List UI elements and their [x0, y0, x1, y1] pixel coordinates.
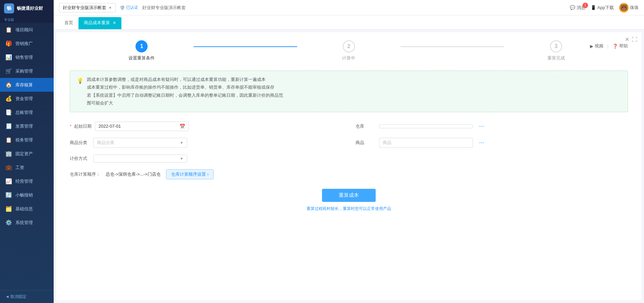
company-selector[interactable]: 好业财专业版演示帐套 ▼: [59, 3, 116, 12]
form-row-1: * 起始日期 2022-07-01 📅 仓库 ···: [70, 122, 628, 131]
user-profile[interactable]: 🐻 珠珠: [619, 3, 639, 12]
logo-text: 畅捷通好业财: [17, 6, 43, 11]
content-area: ✕ ⛶ ▶ 视频 | ❓ 帮助 1 设置重算条件: [56, 32, 641, 300]
step-2-num: 2: [347, 43, 351, 49]
expand-button[interactable]: ⛶: [632, 37, 637, 43]
warehouse-order-label: 仓库计算顺序：: [70, 171, 100, 177]
edition-badge: 专业版: [0, 17, 54, 23]
sidebar-item-salary[interactable]: 💼 工资: [0, 161, 54, 174]
tab-recalc-label: 商品成本重算: [84, 20, 110, 26]
help-link[interactable]: ❓ 帮助: [612, 43, 628, 49]
tab-close-icon[interactable]: ✕: [113, 20, 116, 25]
info-line-1: 因成本计算参数调整，或是对商品成本有疑问时，可以通过成本重算功能，重新计算一遍成…: [87, 76, 283, 83]
help-label: 帮助: [619, 43, 628, 49]
expense-icon: 🔄: [5, 192, 12, 198]
chevron-right-icon: ›: [207, 172, 209, 177]
warehouse-order-btn-label: 仓库计算顺序设置: [171, 171, 206, 177]
sidebar-item-label: 固定资产: [15, 151, 33, 157]
sidebar-item-operation[interactable]: 📈 经营管理: [0, 174, 54, 188]
user-name: 珠珠: [630, 5, 639, 11]
steps-container: ▶ 视频 | ❓ 帮助 1 设置重算条件 2 计算中: [70, 40, 628, 61]
warehouse-input[interactable]: [379, 124, 473, 128]
sidebar-item-project[interactable]: 📋 项目顾问: [0, 23, 54, 37]
required-marker: *: [70, 124, 71, 129]
sidebar-item-expense[interactable]: 🔄 小畅报销: [0, 188, 54, 202]
category-arrow-icon: ▼: [180, 141, 183, 145]
tabbar: 首页 商品成本重算 ✕: [54, 15, 644, 30]
product-input[interactable]: 商品: [379, 138, 473, 148]
company-selector-text: 好业财专业版演示帐套: [63, 5, 106, 11]
sidebar-nav: 📋 项目顾问 🎁 营销推广 📊 销售管理 🛒 采购管理 🏠 库存核算 💰 资金管…: [0, 23, 54, 290]
category-select[interactable]: 商品分类 ▼: [93, 138, 187, 148]
finance-icon: 💰: [5, 95, 12, 102]
message-icon: 💬: [570, 5, 575, 10]
warehouse-more-icon[interactable]: ···: [476, 123, 487, 130]
info-text: 因成本计算参数调整，或是对商品成本有疑问时，可以通过成本重算功能，重新计算一遍成…: [87, 76, 283, 107]
sidebar-item-accounting[interactable]: 📑 总账管理: [0, 105, 54, 119]
certified-label: 已认证: [126, 5, 138, 10]
recalc-note: 重算过程耗时较长，重算时您可以正常使用产品: [70, 206, 628, 212]
info-line-2: 成本重算过程中，影响库存账的操作均不能操作，比如进货单、销货单、库存单据不能审核…: [87, 83, 283, 91]
start-date-field: * 起始日期 2022-07-01 📅: [70, 122, 342, 131]
category-placeholder: 商品分类: [97, 140, 178, 146]
logo-icon: 畅: [4, 3, 14, 13]
topbar-actions: 💬 消息 1 📱 App下载 🐻 珠珠: [570, 3, 639, 12]
warehouse-order-settings-button[interactable]: 仓库计算顺序设置 ›: [166, 169, 214, 179]
pricing-row: 计价方式 ▼: [70, 155, 628, 163]
step-3: 3 重算完成: [504, 40, 608, 61]
app-download-button[interactable]: 📱 App下载: [591, 5, 614, 11]
warehouse-label: 仓库: [356, 123, 376, 129]
sidebar-item-label: 经营管理: [15, 178, 33, 184]
purchase-icon: 🛒: [5, 68, 12, 74]
assets-icon: 🏢: [5, 150, 12, 157]
pricing-select[interactable]: ▼: [93, 155, 187, 163]
action-area: 重算成本 重算过程耗时较长，重算时您可以正常使用产品: [70, 189, 628, 212]
warehouse-order-row: 仓库计算顺序： 总仓->深圳仓库->...->门店仓 仓库计算顺序设置 ›: [70, 169, 628, 179]
sidebar-item-sales[interactable]: 📊 销售管理: [0, 50, 54, 64]
step-1-label: 设置重算条件: [128, 55, 155, 61]
step-3-circle: 3: [550, 40, 562, 52]
tab-home-label: 首页: [64, 20, 73, 26]
step-3-label: 重算完成: [547, 55, 565, 61]
step-2-circle: 2: [343, 40, 355, 52]
notification-badge: 1: [583, 3, 588, 8]
pricing-label: 计价方式: [70, 156, 90, 162]
shield-icon: 🛡️: [120, 5, 125, 10]
selector-arrow-icon: ▼: [108, 6, 112, 10]
sidebar-pin-toggle[interactable]: ◄ 取消固定: [0, 290, 54, 303]
sidebar-item-basic[interactable]: 🗂️ 基础信息: [0, 202, 54, 216]
sidebar-item-label: 系统管理: [15, 220, 33, 226]
sidebar-item-marketing[interactable]: 🎁 营销推广: [0, 37, 54, 50]
tab-recalc[interactable]: 商品成本重算 ✕: [78, 17, 121, 29]
product-more-icon[interactable]: ···: [476, 139, 487, 146]
info-line-3: 若【系统设置】中启用了自动调整记账日期时，会调整入库单的整单记账日期，因此重新计…: [87, 91, 283, 99]
sidebar-item-label: 项目顾问: [15, 27, 33, 33]
sidebar-item-tax[interactable]: 📋 税务管理: [0, 133, 54, 147]
recalc-button[interactable]: 重算成本: [322, 189, 376, 202]
invoice-icon: 🧾: [5, 123, 12, 129]
system-icon: ⚙️: [5, 219, 12, 226]
sidebar-item-label: 采购管理: [15, 68, 33, 74]
sidebar-item-label: 营销推广: [15, 41, 33, 47]
sidebar-item-label: 小畅报销: [15, 192, 33, 198]
sidebar: 畅 畅捷通好业财 专业版 📋 项目顾问 🎁 营销推广 📊 销售管理 🛒 采购管理…: [0, 0, 54, 303]
product-field: 商品 商品 ···: [356, 138, 628, 148]
inventory-icon: 🏠: [5, 82, 12, 88]
sidebar-item-finance[interactable]: 💰 资金管理: [0, 92, 54, 105]
app-download-label: App下载: [597, 5, 614, 11]
sidebar-item-purchase[interactable]: 🛒 采购管理: [0, 64, 54, 78]
sidebar-item-label: 总账管理: [15, 110, 33, 116]
tab-home[interactable]: 首页: [59, 17, 78, 29]
sidebar-item-invoice[interactable]: 🧾 发票管理: [0, 119, 54, 133]
sidebar-item-inventory[interactable]: 🏠 库存核算: [0, 78, 54, 92]
step-1-num: 1: [140, 43, 143, 49]
pricing-arrow-icon: ▼: [180, 157, 183, 161]
sidebar-item-system[interactable]: ⚙️ 系统管理: [0, 216, 54, 229]
sidebar-item-label: 基础信息: [15, 206, 33, 212]
start-date-input[interactable]: 2022-07-01 📅: [95, 122, 189, 131]
sidebar-item-assets[interactable]: 🏢 固定资产: [0, 147, 54, 161]
tax-icon: 📋: [5, 137, 12, 143]
category-field: 商品分类 商品分类 ▼: [70, 138, 342, 148]
sidebar-item-label: 资金管理: [15, 96, 33, 102]
message-button[interactable]: 💬 消息 1: [570, 5, 585, 11]
